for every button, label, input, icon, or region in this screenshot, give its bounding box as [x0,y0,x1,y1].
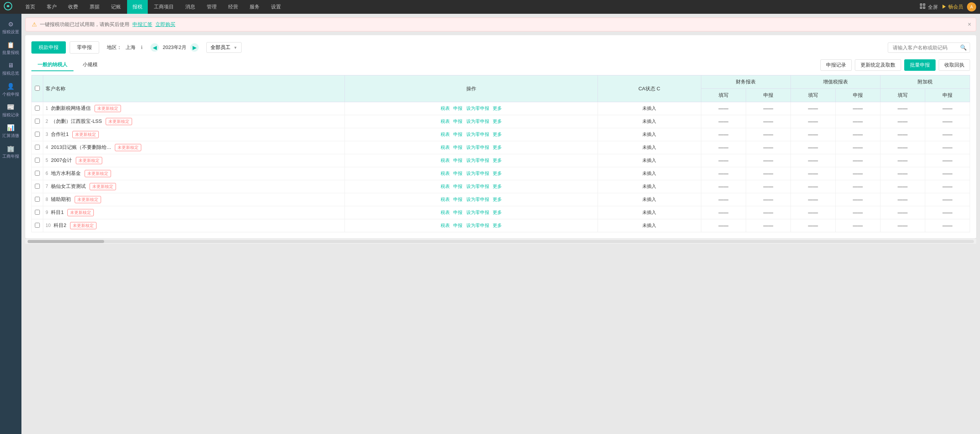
op-设为零申报-6[interactable]: 设为零申报 [466,184,489,189]
client-name-7[interactable]: 辅助期初 [51,196,71,202]
op-更多-8[interactable]: 更多 [493,210,502,215]
search-icon[interactable]: 🔍 [960,44,967,51]
client-name-6[interactable]: 杨仙女工资测试 [51,183,86,189]
client-name-4[interactable]: 2007会计 [51,157,72,163]
notice-link-declaration[interactable]: 申报汇签 [132,21,152,28]
nav-invoice[interactable]: 票据 [84,0,105,14]
date-prev-button[interactable]: ◀ [150,43,159,52]
op-设为零申报-0[interactable]: 设为零申报 [466,106,489,111]
tab-tax-declaration[interactable]: 税款申报 [31,41,66,54]
op-税表-1[interactable]: 税表 [441,119,450,124]
sidebar-item-batch-tax[interactable]: 📋 批量报税 [0,38,21,58]
sidebar-item-personal-tax[interactable]: 👤 个税申报 [0,79,21,100]
op-更多-2[interactable]: 更多 [493,132,502,137]
op-设为零申报-8[interactable]: 设为零申报 [466,210,489,215]
op-税表-6[interactable]: 税表 [441,184,450,189]
btn-batch-declare[interactable]: 批量申报 [904,59,936,71]
op-更多-6[interactable]: 更多 [493,184,502,189]
op-更多-9[interactable]: 更多 [493,223,502,228]
avatar[interactable]: A [967,2,976,11]
sidebar-item-tax-settings[interactable]: ⚙ 报税设置 [0,17,21,38]
search-input[interactable] [891,43,960,52]
nav-fee[interactable]: 收费 [63,0,83,14]
notice-close-button[interactable]: × [968,21,971,28]
client-name-3[interactable]: 2013日记账（不要删除给... [51,144,111,150]
op-申报-8[interactable]: 申报 [453,210,462,215]
scroll-thumb[interactable] [28,240,104,243]
op-税表-9[interactable]: 税表 [441,223,450,228]
op-更多-3[interactable]: 更多 [493,145,502,150]
nav-tax[interactable]: 报税 [127,0,148,14]
notice-link-buy[interactable]: 立即购买 [155,21,175,28]
client-name-0[interactable]: 勿删新税网络通信 [51,105,91,111]
op-更多-1[interactable]: 更多 [493,119,502,124]
horizontal-scrollbar[interactable] [25,238,976,244]
op-申报-5[interactable]: 申报 [453,171,462,176]
row-checkbox-2[interactable] [32,128,43,141]
op-申报-6[interactable]: 申报 [453,184,462,189]
sidebar-item-tax-overview[interactable]: 🖥 报税总览 [0,58,21,79]
tab-small-scale[interactable]: 小规模 [77,59,104,71]
date-next-button[interactable]: ▶ [190,43,199,52]
fullscreen-button[interactable]: 全屏 [920,3,938,11]
client-name-8[interactable]: 科目1 [51,209,64,215]
row-checkbox-9[interactable] [32,219,43,232]
op-申报-7[interactable]: 申报 [453,197,462,202]
nav-settings[interactable]: 设置 [266,0,286,14]
nav-message[interactable]: 消息 [180,0,201,14]
op-税表-2[interactable]: 税表 [441,132,450,137]
sidebar-item-annual-report[interactable]: 🏢 工商年报 [0,141,21,162]
sidebar-item-annual-settlement[interactable]: 📊 汇算清缴 [0,121,21,141]
nav-client[interactable]: 客户 [41,0,62,14]
client-name-9[interactable]: 科目2 [54,222,66,228]
client-name-1[interactable]: （勿删）江西股宝-LSS [51,118,102,124]
member-button[interactable]: ▶ 畅会员 [942,3,963,10]
btn-collect-receipt[interactable]: 收取回执 [939,59,970,71]
row-checkbox-8[interactable] [32,206,43,219]
select-all-checkbox[interactable] [35,86,40,91]
row-checkbox-6[interactable] [32,180,43,193]
tab-general-taxpayer[interactable]: 一般的纳税人 [31,59,74,71]
op-申报-4[interactable]: 申报 [453,158,462,163]
btn-update-fetch[interactable]: 更新统定及取数 [855,59,901,71]
client-name-2[interactable]: 合作社1 [51,131,69,137]
row-checkbox-3[interactable] [32,141,43,154]
row-checkbox-1[interactable] [32,115,43,128]
op-申报-9[interactable]: 申报 [453,223,462,228]
op-更多-0[interactable]: 更多 [493,106,502,111]
op-税表-5[interactable]: 税表 [441,171,450,176]
row-checkbox-0[interactable] [32,102,43,115]
op-更多-7[interactable]: 更多 [493,197,502,202]
op-设为零申报-7[interactable]: 设为零申报 [466,197,489,202]
btn-declaration-records[interactable]: 申报记录 [820,59,852,71]
op-申报-2[interactable]: 申报 [453,132,462,137]
op-更多-4[interactable]: 更多 [493,158,502,163]
nav-service[interactable]: 服务 [244,0,265,14]
op-申报-1[interactable]: 申报 [453,119,462,124]
info-icon[interactable]: ℹ [141,45,143,50]
op-税表-3[interactable]: 税表 [441,145,450,150]
nav-operation[interactable]: 经营 [223,0,243,14]
op-设为零申报-4[interactable]: 设为零申报 [466,158,489,163]
op-设为零申报-1[interactable]: 设为零申报 [466,119,489,124]
op-税表-7[interactable]: 税表 [441,197,450,202]
nav-manage[interactable]: 管理 [201,0,222,14]
op-税表-8[interactable]: 税表 [441,210,450,215]
row-checkbox-7[interactable] [32,193,43,206]
op-申报-0[interactable]: 申报 [453,106,462,111]
nav-account[interactable]: 记账 [106,0,126,14]
client-name-5[interactable]: 地方水利基金 [51,170,81,176]
op-设为零申报-5[interactable]: 设为零申报 [466,171,489,176]
sidebar-item-tax-records[interactable]: 📰 报税记录 [0,100,21,121]
nav-home[interactable]: 首页 [20,0,41,14]
staff-selector[interactable]: 全部员工 ▼ [206,42,242,53]
op-设为零申报-2[interactable]: 设为零申报 [466,132,489,137]
nav-bizproject[interactable]: 工商项目 [149,0,179,14]
op-税表-0[interactable]: 税表 [441,106,450,111]
op-更多-5[interactable]: 更多 [493,171,502,176]
op-申报-3[interactable]: 申报 [453,145,462,150]
row-checkbox-4[interactable] [32,154,43,167]
row-checkbox-5[interactable] [32,167,43,180]
op-税表-4[interactable]: 税表 [441,158,450,163]
tab-zero-declaration[interactable]: 零申报 [70,41,99,54]
